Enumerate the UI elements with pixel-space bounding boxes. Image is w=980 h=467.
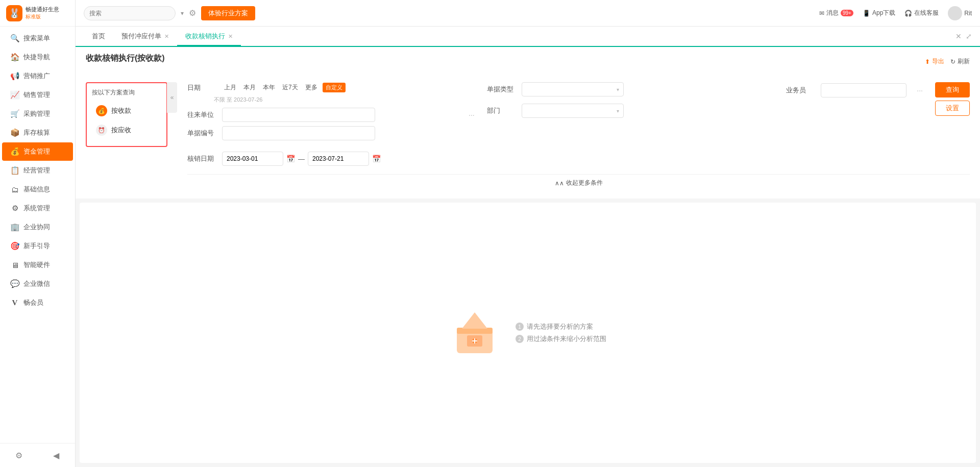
tab-prepay[interactable]: 预付冲应付单 ✕	[113, 28, 177, 46]
filter-option-by-receipt[interactable]: 💰 按收款	[92, 102, 161, 119]
sidebar-item-search-menu[interactable]: 🔍 搜索菜单	[2, 29, 73, 47]
refresh-icon: ↻	[950, 58, 955, 65]
tab-home[interactable]: 首页	[84, 28, 113, 46]
logo-icon: 🐰	[6, 5, 22, 21]
online-service-button[interactable]: 🎧 在线客服	[904, 9, 939, 17]
message-button[interactable]: ✉ 消息 99+	[819, 9, 853, 17]
sidebar-item-label: 营销推广	[23, 71, 50, 81]
sidebar-item-label: 智能硬件	[23, 260, 50, 269]
tab-receipt-close[interactable]: ✕	[228, 33, 233, 40]
tab-receipt[interactable]: 收款核销执行 ✕	[177, 28, 241, 46]
app-download-button[interactable]: 📱 App下载	[863, 9, 895, 17]
verify-date-end-input[interactable]	[308, 152, 369, 166]
sidebar-item-guide[interactable]: 🎯 新手引导	[2, 237, 73, 255]
doc-no-input[interactable]	[222, 126, 375, 140]
sidebar-item-operation[interactable]: 📋 经营管理	[2, 161, 73, 180]
sidebar-item-label: 企业微信	[23, 279, 50, 288]
sidebar-item-hardware[interactable]: 🖥 智能硬件	[2, 256, 73, 274]
empty-text: 1 请先选择要分析的方案 2 用过滤条件来缩小分析范围	[516, 319, 606, 347]
member-icon: V	[10, 299, 19, 307]
sidebar-item-wechat[interactable]: 💬 企业微信	[2, 275, 73, 293]
sidebar-collapse-button[interactable]: ◀	[48, 448, 64, 463]
sidebar-settings-button[interactable]: ⚙	[11, 448, 27, 463]
verify-date-start-calendar-icon[interactable]: 📅	[286, 155, 295, 163]
sidebar-item-member[interactable]: V 畅会员	[2, 293, 73, 312]
sidebar-item-purchase[interactable]: 🛒 采购管理	[2, 105, 73, 123]
verify-date-label: 核销日期	[187, 154, 214, 163]
doc-type-chevron-icon: ▾	[617, 87, 619, 92]
tab-expand-icon[interactable]: ⤢	[966, 32, 972, 40]
sidebar-bottom: ⚙ ◀	[0, 443, 75, 467]
sidebar-item-label: 畅会员	[23, 298, 43, 307]
by-receivable-icon: ⏰	[96, 125, 107, 136]
filter-row-date-note: 不限 至 2023-07-26	[187, 96, 477, 104]
verify-date-end-calendar-icon[interactable]: 📅	[372, 155, 381, 163]
topbar-search-input[interactable]	[84, 6, 176, 20]
filter-form: 日期 上月 本月 本年 近7天 更多 自定义	[187, 82, 970, 191]
topbar-dropdown-arrow[interactable]: ▾	[181, 10, 184, 17]
sidebar-item-label: 经营管理	[23, 166, 50, 175]
export-button[interactable]: ⬆ 导出	[925, 57, 944, 66]
collapse-more-button[interactable]: ∧∧ 收起更多条件	[187, 174, 970, 191]
filter-panel-collapse-button[interactable]: «	[167, 82, 177, 113]
verify-date-start-input[interactable]	[222, 152, 283, 166]
sidebar-item-system[interactable]: ⚙ 系统管理	[2, 199, 73, 217]
dept-select[interactable]: ▾	[522, 104, 624, 118]
sidebar-item-marketing[interactable]: 📢 营销推广	[2, 67, 73, 85]
dept-chevron-icon: ▾	[617, 108, 619, 114]
by-receipt-label: 按收款	[111, 106, 131, 115]
date-label: 日期	[187, 83, 214, 92]
date-btn-more[interactable]: 更多	[303, 82, 320, 93]
staff-input[interactable]	[821, 83, 906, 97]
user-avatar	[948, 6, 962, 20]
export-icon: ⬆	[925, 58, 930, 65]
sidebar-menu: 🔍 搜索菜单 🏠 快捷导航 📢 营销推广 📈 销售管理 🛒 采购管理 📦 库存核…	[0, 27, 75, 443]
user-info[interactable]: Rit	[948, 6, 972, 20]
date-btn-this-year[interactable]: 本年	[261, 82, 277, 93]
sidebar-item-finance[interactable]: 💰 资金管理	[2, 142, 73, 161]
partner-input[interactable]	[222, 108, 375, 122]
empty-hint-1-num: 1	[516, 323, 524, 331]
sidebar-item-inventory[interactable]: 📦 库存核算	[2, 124, 73, 142]
hardware-icon: 🖥	[10, 261, 19, 269]
message-badge: 99+	[841, 10, 853, 16]
setting-button[interactable]: 设置	[935, 101, 970, 116]
topbar-gear-icon[interactable]: ⚙	[189, 8, 196, 18]
empty-hint-2-num: 2	[516, 335, 524, 343]
date-quick-buttons: 上月 本月 本年 近7天 更多 自定义	[222, 82, 346, 93]
sidebar-item-enterprise[interactable]: 🏢 企业协同	[2, 218, 73, 236]
app-download-icon: 📱	[863, 10, 870, 17]
sidebar-item-base-info[interactable]: 🗂 基础信息	[2, 180, 73, 199]
refresh-button[interactable]: ↻ 刷新	[950, 57, 970, 66]
sidebar-item-quick-nav[interactable]: 🏠 快捷导航	[2, 48, 73, 66]
logo-sub: 标准版	[26, 13, 59, 20]
tab-close-all-icon[interactable]: ✕	[955, 32, 962, 40]
date-btn-this-month[interactable]: 本月	[241, 82, 258, 93]
solution-button[interactable]: 体验行业方案	[201, 6, 255, 20]
page-header-wrapper: 收款核销执行(按收款) ⬆ 导出 ↻ 刷新 按以下方	[76, 47, 980, 199]
date-btn-last-month[interactable]: 上月	[222, 82, 238, 93]
query-button[interactable]: 查询	[935, 82, 970, 97]
sidebar: 🐰 畅捷通好生意 标准版 🔍 搜索菜单 🏠 快捷导航 📢 营销推广 📈 销售管理…	[0, 0, 76, 467]
sidebar-item-sales[interactable]: 📈 销售管理	[2, 86, 73, 104]
sidebar-item-label: 新手引导	[23, 241, 50, 251]
collapse-more-icon: ∧∧	[555, 180, 564, 187]
guide-icon: 🎯	[10, 241, 19, 251]
date-btn-7days[interactable]: 近7天	[280, 82, 300, 93]
page-title: 收款核销执行(按收款)	[86, 53, 165, 64]
base-info-icon: 🗂	[10, 185, 19, 194]
staff-ellipsis[interactable]: ···	[915, 86, 925, 94]
date-btn-custom[interactable]: 自定义	[323, 83, 346, 92]
sidebar-item-label: 销售管理	[23, 90, 50, 100]
message-label: 消息	[826, 9, 839, 17]
filter-panel: 按以下方案查询 💰 按收款 ⏰ 按应收	[86, 82, 167, 147]
filter-area: 按以下方案查询 💰 按收款 ⏰ 按应收 «	[76, 75, 980, 199]
tab-prepay-close[interactable]: ✕	[164, 33, 169, 40]
doc-no-label: 单据编号	[187, 129, 214, 138]
partner-ellipsis[interactable]: ···	[467, 111, 477, 119]
tab-home-label: 首页	[92, 32, 105, 41]
doc-type-select[interactable]: ▾	[522, 82, 624, 96]
topbar-left: ▾ ⚙ 体验行业方案	[84, 6, 255, 20]
quick-nav-icon: 🏠	[10, 53, 19, 62]
filter-option-by-receivable[interactable]: ⏰ 按应收	[92, 121, 161, 139]
